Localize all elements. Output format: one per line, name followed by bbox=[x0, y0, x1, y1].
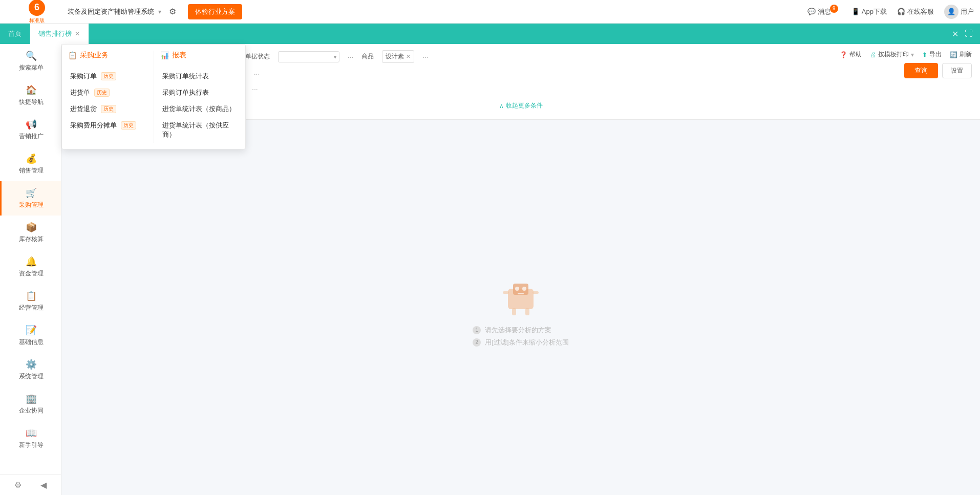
sidebar-item-operations[interactable]: 📋 经营管理 bbox=[0, 284, 61, 318]
refresh-icon: 🔄 bbox=[950, 51, 957, 58]
tab-close-all-icon[interactable]: ✕ bbox=[950, 29, 961, 39]
tab-home[interactable]: 首页 bbox=[0, 24, 30, 44]
sidebar-item-basic-info[interactable]: 📝 基础信息 bbox=[0, 318, 61, 353]
sidebar-item-quick-nav-label: 快捷导航 bbox=[19, 98, 44, 106]
settings-btn[interactable]: 设置 bbox=[942, 63, 972, 78]
voucher-status-dots[interactable]: ··· bbox=[348, 53, 354, 61]
staff-dots[interactable]: ··· bbox=[254, 70, 260, 78]
export-btn[interactable]: ⬆ 导出 bbox=[922, 50, 942, 59]
toolbar-actions: ❓ 帮助 🖨 按模板打印 ▾ ⬆ 导出 🔄 bbox=[840, 50, 972, 59]
dropdown-item-expense[interactable]: 采购费用分摊单 历史 bbox=[68, 117, 147, 134]
goods-dots[interactable]: ··· bbox=[422, 53, 429, 61]
sidebar-bottom: ⚙ ◀ bbox=[0, 475, 61, 495]
sidebar-item-guide[interactable]: 📖 新手引导 bbox=[0, 421, 61, 456]
svg-rect-6 bbox=[532, 291, 539, 294]
sidebar-item-enterprise[interactable]: 🏢 企业协同 bbox=[0, 387, 61, 421]
empty-state: 1 请先选择要分析的方案 2 用[过滤]条件来缩小分析范围 bbox=[61, 120, 980, 495]
voucher-status-select[interactable] bbox=[278, 51, 339, 62]
sidebar-item-procurement-label: 采购管理 bbox=[19, 201, 44, 209]
sidebar-item-sales-label: 销售管理 bbox=[19, 166, 44, 175]
sidebar-item-quick-nav[interactable]: 🏠 快捷导航 bbox=[0, 78, 61, 113]
sidebar-item-basic-info-label: 基础信息 bbox=[19, 338, 44, 347]
procurement-title-icon: 📋 bbox=[68, 51, 77, 59]
sidebar-item-sales[interactable]: 💰 销售管理 bbox=[0, 147, 61, 181]
dropdown-item-report-order-stat[interactable]: 采购订单统计表 bbox=[160, 68, 240, 84]
svg-rect-4 bbox=[518, 293, 524, 294]
industry-btn[interactable]: 体验行业方案 bbox=[188, 4, 242, 19]
note-icon: 📝 bbox=[26, 325, 37, 336]
export-icon: ⬆ bbox=[922, 51, 927, 58]
message-icon: 💬 bbox=[807, 8, 816, 15]
empty-step-1: 1 请先选择要分析的方案 bbox=[473, 326, 568, 335]
cart-icon: 🛒 bbox=[26, 187, 37, 199]
dropdown-col-report: 📊 报表 采购订单统计表 采购订单执行表 进货单统计表（按商品） 进货单统计表（… bbox=[154, 51, 246, 143]
dropdown-item-incoming[interactable]: 进货单 历史 bbox=[68, 84, 147, 101]
dropdown-menu: 📋 采购业务 采购订单 历史 进货单 历史 进货退货 历史 采购费用分摊单 历史… bbox=[61, 44, 246, 149]
collapse-arrow-icon: ∧ bbox=[499, 102, 504, 110]
dropdown-col-procurement: 📋 采购业务 采购订单 历史 进货单 历史 进货退货 历史 采购费用分摊单 历史 bbox=[62, 51, 154, 143]
step-2-text: 用[过滤]条件来缩小分析范围 bbox=[485, 338, 568, 347]
gear-icon[interactable]: ⚙ bbox=[165, 5, 180, 19]
sidebar-item-system[interactable]: ⚙️ 系统管理 bbox=[0, 353, 61, 387]
megaphone-icon: 📢 bbox=[26, 119, 37, 130]
sidebar-item-enterprise-label: 企业协同 bbox=[19, 406, 44, 415]
sidebar-item-inventory[interactable]: 📦 库存核算 bbox=[0, 216, 61, 250]
top-right: 💬 消息 9 📱 App下载 🎧 在线客服 👤 用户 bbox=[807, 5, 974, 19]
dropdown-item-purchase-order[interactable]: 采购订单 历史 bbox=[68, 68, 147, 84]
user-btn[interactable]: 👤 用户 bbox=[944, 5, 974, 19]
voucher-status-label: 单据状态 bbox=[245, 52, 270, 61]
dropdown-col2-title: 📊 报表 bbox=[160, 51, 240, 63]
print-label: 按模板打印 bbox=[878, 50, 909, 59]
dropdown-item-return[interactable]: 进货退货 历史 bbox=[68, 101, 147, 117]
sidebar-item-marketing-label: 营销推广 bbox=[19, 132, 44, 141]
customer-dots[interactable]: ··· bbox=[252, 85, 258, 93]
sidebar-item-procurement[interactable]: 🛒 采购管理 bbox=[0, 181, 61, 216]
cog-icon: ⚙️ bbox=[26, 359, 37, 370]
export-label: 导出 bbox=[929, 50, 942, 59]
incoming-label: 进货单 bbox=[70, 88, 90, 97]
tab-bar-right: ✕ ⛶ bbox=[950, 29, 980, 39]
dropdown-item-report-incoming-supplier[interactable]: 进货单统计表（按供应商） bbox=[160, 117, 240, 143]
tab-close-icon[interactable]: ✕ bbox=[75, 30, 80, 37]
sidebar-item-operations-label: 经营管理 bbox=[19, 304, 44, 312]
goods-tag: 设计素 ✕ bbox=[382, 50, 414, 63]
sidebar-item-search[interactable]: 🔍 搜索菜单 bbox=[0, 44, 61, 78]
help-icon: ❓ bbox=[840, 51, 847, 58]
tab-expand-icon[interactable]: ⛶ bbox=[963, 29, 975, 38]
sidebar-item-finance[interactable]: 🔔 资金管理 bbox=[0, 250, 61, 284]
query-btn[interactable]: 查询 bbox=[904, 63, 938, 78]
online-service-btn[interactable]: 🎧 在线客服 bbox=[897, 7, 934, 16]
messages-btn[interactable]: 💬 消息 9 bbox=[807, 7, 841, 16]
svg-rect-8 bbox=[525, 308, 529, 315]
empty-step-2: 2 用[过滤]条件来缩小分析范围 bbox=[473, 338, 568, 347]
messages-label: 消息 bbox=[818, 7, 831, 16]
sidebar-item-search-label: 搜索菜单 bbox=[19, 63, 44, 72]
step-1-num: 1 bbox=[473, 326, 481, 334]
app-download-label: App下载 bbox=[862, 7, 887, 16]
return-label: 进货退货 bbox=[70, 104, 97, 114]
report-incoming-supplier-label: 进货单统计表（按供应商） bbox=[162, 121, 238, 139]
empty-illustration bbox=[495, 268, 546, 319]
headset-icon: 🎧 bbox=[897, 8, 905, 15]
help-btn[interactable]: ❓ 帮助 bbox=[840, 50, 862, 59]
system-title-arrow-icon[interactable]: ▾ bbox=[158, 8, 161, 15]
tab-bar: 首页 销售排行榜 ✕ ✕ ⛶ bbox=[0, 24, 980, 44]
sidebar-collapse-icon[interactable]: ◀ bbox=[40, 480, 47, 490]
goods-tag-close-icon[interactable]: ✕ bbox=[406, 53, 411, 60]
sidebar-item-inventory-label: 库存核算 bbox=[19, 235, 44, 244]
help-label: 帮助 bbox=[849, 50, 862, 59]
system-title-text: 装备及固定资产辅助管理系统 bbox=[68, 7, 154, 16]
app-download-btn[interactable]: 📱 App下载 bbox=[851, 7, 887, 16]
print-btn[interactable]: 🖨 按模板打印 ▾ bbox=[870, 50, 914, 59]
report-order-stat-label: 采购订单统计表 bbox=[162, 72, 209, 81]
sidebar-item-marketing[interactable]: 📢 营销推广 bbox=[0, 113, 61, 147]
report-title-icon: 📊 bbox=[160, 51, 169, 59]
top-bar: 6 标准版 装备及固定资产辅助管理系统 ▾ ⚙ 体验行业方案 💬 消息 9 📱 … bbox=[0, 0, 980, 24]
dropdown-item-report-order-exec[interactable]: 采购订单执行表 bbox=[160, 84, 240, 101]
refresh-btn[interactable]: 🔄 刷新 bbox=[950, 50, 972, 59]
step-1-text: 请先选择要分析的方案 bbox=[485, 326, 551, 335]
sidebar-settings-icon[interactable]: ⚙ bbox=[14, 480, 22, 490]
dropdown-item-report-incoming-goods[interactable]: 进货单统计表（按商品） bbox=[160, 101, 240, 117]
tab-sales-rank[interactable]: 销售排行榜 ✕ bbox=[30, 24, 89, 44]
print-arrow-icon: ▾ bbox=[911, 51, 914, 58]
